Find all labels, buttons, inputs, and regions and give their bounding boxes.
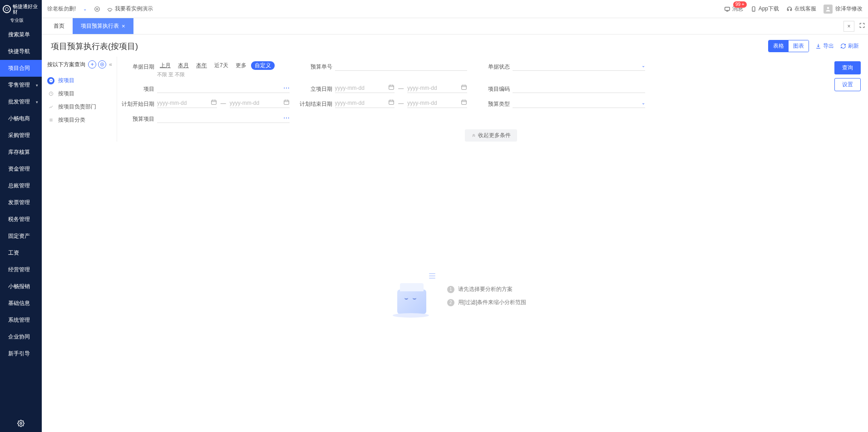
- chip-this-month[interactable]: 本月: [175, 61, 192, 70]
- svg-rect-19: [462, 85, 467, 89]
- sidebar-item-17[interactable]: 系统管理: [0, 312, 42, 329]
- calendar-icon[interactable]: [388, 84, 395, 92]
- scheme-item-0[interactable]: 按项目: [47, 74, 112, 87]
- brand-name: 畅捷通好业财: [13, 4, 39, 15]
- svg-point-7: [102, 64, 103, 65]
- sidebar-item-9[interactable]: 总账管理: [0, 177, 42, 194]
- collapse-scheme-icon[interactable]: «: [109, 61, 112, 68]
- empty-illustration: [384, 273, 438, 319]
- sidebar-item-1[interactable]: 快捷导航: [0, 43, 42, 60]
- budget-type-field: 预算类型 ⌄: [476, 98, 645, 108]
- chip-more[interactable]: 更多: [233, 61, 249, 70]
- refresh-button[interactable]: 刷新: [840, 42, 859, 50]
- chevron-down-icon[interactable]: ⌄: [641, 63, 645, 68]
- project-field: 项目 ⋯: [121, 83, 290, 93]
- settings-gear-icon[interactable]: [17, 422, 25, 428]
- doc-date-label: 单据日期: [121, 61, 154, 71]
- sidebar-item-7[interactable]: 库存核算: [0, 144, 42, 161]
- export-button[interactable]: 导出: [815, 42, 834, 50]
- filter-form: 单据日期 上月 本月 本年 近7天 更多 自定义: [117, 57, 868, 142]
- view-chart-button[interactable]: 图表: [789, 40, 809, 52]
- tab-home[interactable]: 首页: [45, 18, 73, 34]
- sidebar-item-8[interactable]: 资金管理: [0, 161, 42, 177]
- query-button[interactable]: 查询: [834, 61, 861, 74]
- calendar-icon[interactable]: [461, 99, 467, 107]
- calendar-icon[interactable]: [283, 99, 290, 107]
- sidebar-item-18[interactable]: 企业协同: [0, 329, 42, 345]
- sidebar-item-10[interactable]: 发票管理: [0, 194, 42, 211]
- sidebar-item-0[interactable]: 搜索菜单: [0, 26, 42, 43]
- svg-point-2: [95, 6, 100, 11]
- doc-status-select[interactable]: [513, 61, 645, 71]
- user-menu[interactable]: 徐泽华修改: [824, 5, 863, 14]
- chevron-down-icon[interactable]: ⌄: [641, 100, 645, 105]
- plan-end-from[interactable]: [335, 98, 395, 108]
- chip-last-month[interactable]: 上月: [157, 61, 173, 70]
- sidebar-item-13[interactable]: 工资: [0, 245, 42, 261]
- avatar-icon: [824, 5, 833, 14]
- tabs-bar: 首页 项目预算执行表 × ×: [42, 18, 868, 34]
- calendar-icon[interactable]: [388, 99, 395, 107]
- app-download-button[interactable]: App下载: [750, 5, 779, 13]
- doc-date-field: 单据日期 上月 本月 本年 近7天 更多 自定义: [121, 61, 290, 78]
- sidebar-item-label: 快捷导航: [8, 48, 30, 55]
- chip-last-7[interactable]: 近7天: [212, 61, 231, 70]
- budget-type-select[interactable]: [513, 98, 645, 108]
- scheme-item-label: 按项目: [58, 90, 74, 98]
- tab-current-label: 项目预算执行表: [81, 22, 119, 30]
- add-scheme-button[interactable]: +: [88, 60, 96, 69]
- scheme-item-1[interactable]: 按项目: [47, 87, 112, 100]
- chip-this-year[interactable]: 本年: [193, 61, 210, 70]
- sidebar-item-15[interactable]: 小畅报销: [0, 278, 42, 295]
- fullscreen-icon[interactable]: [859, 22, 865, 30]
- messages-button[interactable]: 消息 99 +: [724, 5, 743, 13]
- brand-logo: 畅捷通好业财: [0, 0, 42, 18]
- svg-point-10: [50, 80, 52, 81]
- close-all-tabs-button[interactable]: ×: [843, 21, 854, 32]
- org-selector[interactable]: 徐老板勿删!: [47, 5, 76, 13]
- view-table-button[interactable]: 表格: [769, 40, 789, 52]
- sidebar-item-12[interactable]: 固定资产: [0, 228, 42, 245]
- sidebar-item-label: 搜索菜单: [8, 31, 30, 39]
- calendar-icon[interactable]: [461, 84, 467, 92]
- sidebar-item-5[interactable]: 小畅电商: [0, 110, 42, 127]
- scheme-item-label: 按项目分类: [58, 116, 85, 124]
- sidebar-item-19[interactable]: 新手引导: [0, 345, 42, 362]
- plan-start-from[interactable]: [157, 98, 217, 108]
- budget-no-input[interactable]: [335, 61, 468, 71]
- settings-button[interactable]: 设置: [834, 78, 861, 91]
- project-code-field: 项目编码: [476, 83, 645, 93]
- budget-item-input[interactable]: [157, 113, 290, 123]
- chip-custom[interactable]: 自定义: [251, 61, 275, 70]
- project-input[interactable]: [157, 83, 290, 93]
- more-icon[interactable]: ⋯: [283, 114, 290, 122]
- collapse-filters-button[interactable]: 收起更多条件: [465, 129, 517, 142]
- sidebar-item-3[interactable]: 零售管理▾: [0, 77, 42, 93]
- clock-icon: [47, 90, 54, 98]
- setup-date-to[interactable]: [407, 83, 467, 93]
- scheme-settings-button[interactable]: [98, 60, 106, 69]
- plan-end-to[interactable]: [407, 98, 467, 108]
- sidebar-item-16[interactable]: 基础信息: [0, 295, 42, 312]
- setup-date-from[interactable]: [335, 83, 395, 93]
- sidebar-item-4[interactable]: 批发管理▾: [0, 93, 42, 110]
- support-button[interactable]: 在线客服: [786, 5, 816, 13]
- chevron-down-icon[interactable]: ⌄: [83, 6, 87, 11]
- sidebar-item-11[interactable]: 税务管理: [0, 211, 42, 228]
- plan-start-to[interactable]: [230, 98, 290, 108]
- scheme-item-2[interactable]: 按项目负责部门: [47, 100, 112, 113]
- sidebar-item-2[interactable]: 项目合同: [0, 60, 42, 77]
- demo-link[interactable]: 我要看实例演示: [107, 5, 153, 13]
- close-icon[interactable]: ×: [122, 23, 125, 29]
- calendar-icon[interactable]: [211, 99, 217, 107]
- caret-icon: ▾: [36, 100, 38, 104]
- scheme-item-label: 按项目负责部门: [58, 103, 96, 111]
- sidebar-item-6[interactable]: 采购管理: [0, 127, 42, 144]
- org-settings-icon[interactable]: [94, 6, 100, 12]
- scheme-item-3[interactable]: 按项目分类: [47, 113, 112, 127]
- sidebar-item-14[interactable]: 经营管理: [0, 261, 42, 278]
- more-icon[interactable]: ⋯: [283, 84, 290, 92]
- plan-start-field: 计划开始日期 —: [121, 98, 290, 108]
- project-code-input[interactable]: [513, 83, 645, 93]
- tab-current[interactable]: 项目预算执行表 ×: [73, 18, 133, 34]
